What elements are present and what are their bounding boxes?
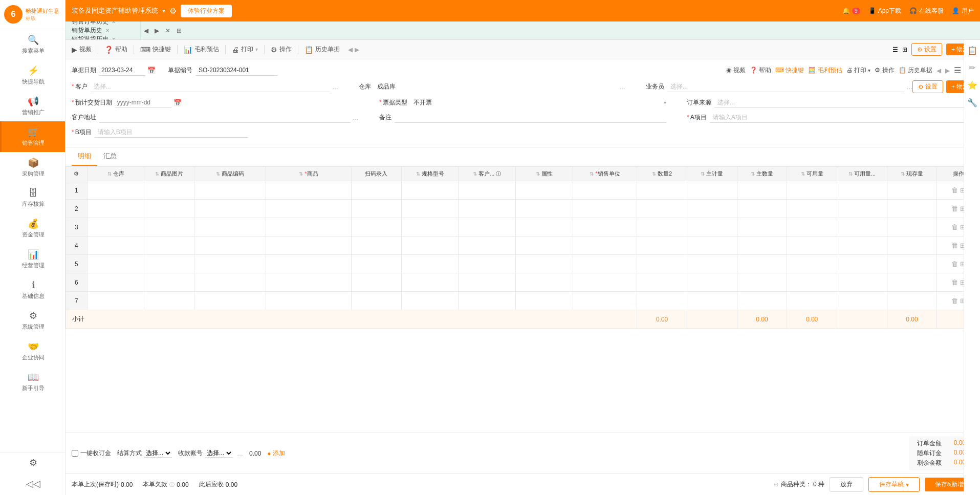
customer-input[interactable] <box>91 81 330 92</box>
cell-unit-4[interactable] <box>573 236 637 255</box>
sidebar-item-10[interactable]: 🤝企业协同 <box>0 336 65 367</box>
doc-prev-icon[interactable]: ◀ <box>348 46 353 53</box>
cell-qty2-6[interactable] <box>637 273 687 292</box>
row-delete-5[interactable]: 🗑 <box>951 260 958 268</box>
cell-warehouse-1[interactable] <box>87 181 144 200</box>
user-menu[interactable]: 👤 用户 <box>952 7 974 15</box>
cell-customer-code-3[interactable] <box>459 218 516 236</box>
cell-attribute-3[interactable] <box>516 218 573 236</box>
staff-dots[interactable]: … <box>906 83 912 91</box>
cell-code-2[interactable] <box>194 200 266 218</box>
draft-arrow-icon[interactable]: ▾ <box>906 481 909 488</box>
toolbar-help[interactable]: ❓ 帮助 <box>104 45 127 54</box>
online-service[interactable]: 🎧 在线客服 <box>909 7 944 15</box>
cell-available2-7[interactable] <box>837 292 887 310</box>
ops-link[interactable]: ⚙ 操作 <box>875 66 894 75</box>
cell-spec-5[interactable] <box>401 255 459 273</box>
order-no-input[interactable] <box>195 65 277 76</box>
cell-code-1[interactable] <box>194 181 266 200</box>
sidebar-item-7[interactable]: 📊经营管理 <box>0 244 65 274</box>
tab-close-all[interactable]: ✕ <box>162 27 173 34</box>
cell-unit-1[interactable] <box>573 181 637 200</box>
cell-warehouse-5[interactable] <box>87 255 144 273</box>
cell-available-7[interactable] <box>787 292 837 310</box>
cell-attribute-4[interactable] <box>516 236 573 255</box>
cell-stock-7[interactable] <box>887 292 937 310</box>
sidebar-item-6[interactable]: 💰资金管理 <box>0 213 65 244</box>
tab-detail[interactable]: 明细 <box>72 147 97 166</box>
th-image[interactable]: ⇅ 商品图片 <box>144 167 194 181</box>
cell-attribute-1[interactable] <box>516 181 573 200</box>
shortcut-link[interactable]: ⌨ 快捷键 <box>775 66 804 75</box>
cell-warehouse-2[interactable] <box>87 200 144 218</box>
cell-stock-4[interactable] <box>887 236 937 255</box>
cell-name-2[interactable] <box>266 200 351 218</box>
date-input[interactable] <box>99 65 145 76</box>
print-link[interactable]: 🖨 打印 ▾ <box>846 66 871 75</box>
cell-customer-code-5[interactable] <box>459 255 516 273</box>
setup-btn-2[interactable]: ⚙ 设置 <box>912 80 943 93</box>
cell-warehouse-6[interactable] <box>87 273 144 292</box>
cell-available-6[interactable] <box>787 273 837 292</box>
cell-main-qty-1[interactable] <box>737 181 787 200</box>
cell-code-3[interactable] <box>194 218 266 236</box>
cell-spec-3[interactable] <box>401 218 459 236</box>
tab-close-5[interactable]: ✕ <box>112 21 116 25</box>
row-delete-6[interactable]: 🗑 <box>951 278 958 286</box>
cell-main-qty-6[interactable] <box>737 273 787 292</box>
toolbar-operations[interactable]: ⚙ 操作 <box>271 45 292 54</box>
cell-qty2-3[interactable] <box>637 218 687 236</box>
cell-unit-6[interactable] <box>573 273 637 292</box>
refresh-icon[interactable]: ⊙ <box>774 481 779 488</box>
cell-main-unit-4[interactable] <box>687 236 737 255</box>
system-selector[interactable]: ▾ <box>162 7 165 14</box>
cell-unit-5[interactable] <box>573 255 637 273</box>
cell-available-4[interactable] <box>787 236 837 255</box>
address-input[interactable] <box>99 112 351 123</box>
cell-available2-6[interactable] <box>837 273 887 292</box>
b-project-input[interactable] <box>95 127 248 138</box>
cell-image-1[interactable] <box>144 181 194 200</box>
cell-warehouse-7[interactable] <box>87 292 144 310</box>
cell-name-6[interactable] <box>266 273 351 292</box>
cell-warehouse-3[interactable] <box>87 218 144 236</box>
settlement-dropdown[interactable]: 选择... <box>144 449 172 458</box>
cell-attribute-6[interactable] <box>516 273 573 292</box>
cell-qty2-1[interactable] <box>637 181 687 200</box>
cell-image-5[interactable] <box>144 255 194 273</box>
sidebar-item-4[interactable]: 📦采购管理 <box>0 152 65 183</box>
th-unit[interactable]: ⇅ *销售单位 <box>573 167 637 181</box>
doc-next-icon[interactable]: ▶ <box>355 46 359 53</box>
tab-nav-prev[interactable]: ◀ <box>141 27 151 34</box>
cell-available2-1[interactable] <box>837 181 887 200</box>
sidebar-item-3[interactable]: 🛒销售管理 <box>0 121 65 152</box>
one-click-check[interactable] <box>72 450 78 457</box>
view-link[interactable]: ◉ 视频 <box>726 66 745 75</box>
th-customer-code[interactable]: ⇅ 客户... ⓘ <box>459 167 516 181</box>
cell-main-qty-4[interactable] <box>737 236 787 255</box>
customer-dots[interactable]: … <box>332 83 338 91</box>
cell-available-1[interactable] <box>787 181 837 200</box>
th-qty2[interactable]: ⇅ 数量2 <box>637 167 687 181</box>
cell-name-1[interactable] <box>266 181 351 200</box>
calendar-icon[interactable]: 📅 <box>147 67 156 74</box>
cell-qty2-2[interactable] <box>637 200 687 218</box>
cell-available2-3[interactable] <box>837 218 887 236</box>
account-dropdown[interactable]: 选择... <box>205 449 233 458</box>
app-download[interactable]: 📱 App下载 <box>868 7 901 15</box>
cell-code-4[interactable] <box>194 236 266 255</box>
th-available2[interactable]: ⇅ 可用量... <box>837 167 887 181</box>
sidebar-item-11[interactable]: 📖新手引导 <box>0 367 65 397</box>
profit-link[interactable]: 🧮 毛利预估 <box>808 66 842 75</box>
list-view[interactable]: ☰ <box>954 66 961 75</box>
cell-available-5[interactable] <box>787 255 837 273</box>
cell-main-qty-7[interactable] <box>737 292 787 310</box>
cell-qty2-5[interactable] <box>637 255 687 273</box>
cell-available2-4[interactable] <box>837 236 887 255</box>
sidebar-collapse[interactable]: ◁◁ <box>0 474 65 495</box>
cell-stock-5[interactable] <box>887 255 937 273</box>
toolbar-shortcut[interactable]: ⌨ 快捷键 <box>140 45 171 54</box>
help-link[interactable]: ❓ 帮助 <box>750 66 771 75</box>
cell-available2-5[interactable] <box>837 255 887 273</box>
cell-warehouse-4[interactable] <box>87 236 144 255</box>
